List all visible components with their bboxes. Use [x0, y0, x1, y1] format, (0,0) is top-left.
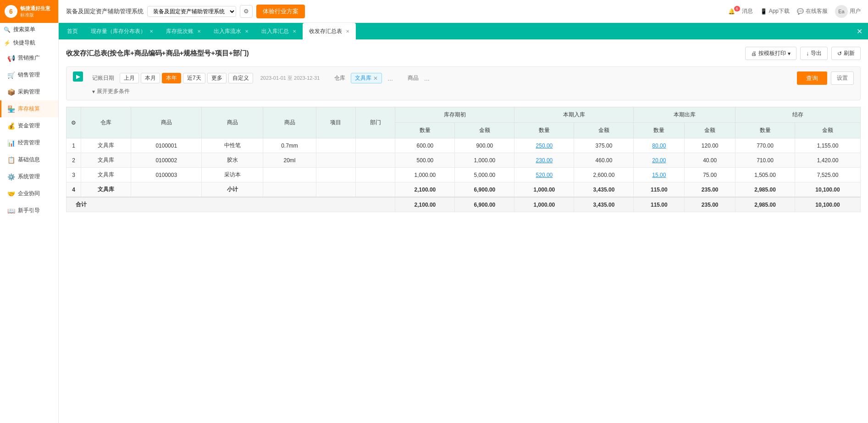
sidebar-item-operations[interactable]: 📊 经营管理 [0, 134, 58, 151]
th-out-amt: 金额 [685, 123, 735, 138]
logo-badge: 标准版 [20, 12, 50, 18]
app-download-btn[interactable]: 📱 App下载 [760, 7, 790, 15]
table-row-warehouse: 文具库 [81, 138, 131, 153]
table-row-name: 小计 [202, 182, 263, 198]
table-row-in-qty[interactable]: 520.00 [514, 168, 574, 182]
table-row-out-amt: 235.00 [685, 182, 735, 198]
download-icon: 📱 [760, 8, 767, 15]
online-service-btn[interactable]: 💬 在线客服 [797, 7, 828, 15]
trial-btn[interactable]: 体验行业方案 [256, 5, 305, 18]
table-row-in-qty[interactable]: 1,000.00 [514, 182, 574, 198]
table-row-close-qty: 2,985.00 [735, 182, 795, 198]
total-in-amt: 3,435.00 [574, 197, 634, 212]
tab-stock-dist-label: 现存量（库存分布表） [91, 27, 146, 35]
sidebar-item-collab[interactable]: 🤝 企业协同 [0, 185, 58, 202]
logo-text-line1: 畅捷通好生意 [20, 5, 50, 12]
quick-nav-icon: ⚡ [4, 40, 11, 46]
system-name: 装备及固定资产辅助管理系统 [66, 7, 144, 16]
marketing-icon: 📢 [7, 55, 15, 62]
tab-home-label: 首页 [67, 27, 78, 35]
table-row-out-qty[interactable]: 80.00 [634, 138, 685, 153]
date-btn-prev-month[interactable]: 上月 [120, 73, 139, 83]
tab-recv-send-close[interactable]: ✕ [346, 29, 349, 34]
basic-info-icon: 📋 [7, 156, 15, 164]
date-btn-this-year[interactable]: 本年 [162, 73, 181, 83]
th-in: 本期入库 [514, 107, 634, 123]
table-row-project [316, 138, 355, 153]
expand-conditions-btn[interactable]: ▾ 展开更多条件 [92, 88, 854, 95]
total-open-qty: 2,100.00 [395, 197, 455, 212]
avatar: Ea [835, 5, 848, 18]
table-row-no: 3 [66, 168, 81, 182]
export-btn-label: 导出 [811, 49, 822, 57]
sidebar-item-system[interactable]: ⚙️ 系统管理 [0, 168, 58, 185]
print-btn[interactable]: 🖨 按模板打印 ▾ [745, 47, 796, 60]
th-open-qty: 数量 [395, 123, 455, 138]
main-area: 装备及固定资产辅助管理系统 装备及固定资产辅助管理系统 ⚙ 体验行业方案 🔔 6… [59, 0, 868, 423]
print-icon: 🖨 [751, 50, 757, 57]
table-row-open-amt: 6,900.00 [455, 182, 514, 198]
tab-inout-flow[interactable]: 出入库流水 ✕ [207, 23, 255, 39]
date-btn-more[interactable]: 更多 [207, 73, 227, 83]
sidebar-search[interactable]: 🔍 搜索菜单 [0, 23, 58, 36]
settings-btn[interactable]: 设置 [831, 71, 854, 85]
date-btn-this-month[interactable]: 本月 [141, 73, 160, 83]
date-btn-custom[interactable]: 自定义 [228, 73, 253, 83]
warehouse-more[interactable]: ... [387, 75, 393, 82]
table-row-no: 1 [66, 138, 81, 153]
tab-batch-close[interactable]: ✕ [197, 29, 201, 34]
tab-inout-summary-close[interactable]: ✕ [293, 29, 296, 34]
collapse-filter-btn[interactable]: ▶ [73, 71, 83, 82]
user-btn[interactable]: Ea 用户 [835, 5, 861, 18]
table-row-code [131, 182, 202, 198]
table-row-out-qty[interactable]: 20.00 [634, 153, 685, 168]
tab-recv-send[interactable]: 收发存汇总表 ✕ [303, 23, 356, 39]
tab-home[interactable]: 首页 [61, 23, 84, 39]
date-range-text: 2023-01-01 至 2023-12-31 [260, 75, 320, 82]
sidebar-item-basic-info-label: 基础信息 [18, 156, 40, 164]
guide-icon: 📖 [7, 207, 15, 214]
system-selector[interactable]: 装备及固定资产辅助管理系统 [147, 6, 236, 17]
table-row-open-amt: 1,000.00 [455, 153, 514, 168]
table-row-name: 胶水 [202, 153, 263, 168]
th-out: 本期出库 [634, 107, 735, 123]
sidebar: 6 畅捷通好生意 标准版 🔍 搜索菜单 ⚡ 快捷导航 📢 营销推广 🛒 销售管理… [0, 0, 59, 423]
query-btn[interactable]: 查询 [797, 71, 827, 85]
close-all-tabs-btn[interactable]: ✕ [853, 27, 866, 36]
total-out-amt: 235.00 [685, 197, 735, 212]
refresh-btn[interactable]: ↺ 刷新 [831, 47, 861, 60]
tab-stock-dist-close[interactable]: ✕ [149, 29, 153, 34]
sidebar-item-purchase[interactable]: 📦 采购管理 [0, 83, 58, 100]
total-in-qty: 1,000.00 [514, 197, 574, 212]
sidebar-item-inventory[interactable]: 🏪 库存核算 [0, 100, 58, 117]
tab-stock-dist[interactable]: 现存量（库存分布表） ✕ [84, 23, 160, 39]
table-row-in-qty[interactable]: 250.00 [514, 138, 574, 153]
sidebar-quick-nav[interactable]: ⚡ 快捷导航 [0, 36, 58, 49]
sidebar-item-basic-info[interactable]: 📋 基础信息 [0, 151, 58, 168]
table-row-in-qty[interactable]: 230.00 [514, 153, 574, 168]
sidebar-item-finance[interactable]: 💰 资金管理 [0, 117, 58, 134]
sidebar-item-sales[interactable]: 🛒 销售管理 [0, 66, 58, 83]
page-content: 收发存汇总表(按仓库+商品编码+商品+规格型号+项目+部门) 🖨 按模板打印 ▾… [59, 39, 868, 423]
warehouse-tag-close[interactable]: ✕ [373, 75, 378, 82]
table-row-no: 2 [66, 153, 81, 168]
export-btn[interactable]: ↓ 导出 [800, 47, 828, 60]
tab-batch[interactable]: 库存批次账 ✕ [160, 23, 207, 39]
th-dept: 部门 [356, 107, 395, 138]
warehouse-tag[interactable]: 文具库 ✕ [351, 73, 382, 83]
tab-inout-summary[interactable]: 出入库汇总 ✕ [255, 23, 303, 39]
sales-icon: 🛒 [7, 71, 15, 79]
table-row-out-qty[interactable]: 15.00 [634, 168, 685, 182]
settings-gear-btn[interactable]: ⚙ [240, 5, 253, 18]
user-label: 用户 [850, 7, 861, 15]
table-row-out-qty[interactable]: 115.00 [634, 182, 685, 198]
sidebar-item-marketing[interactable]: 📢 营销推广 [0, 49, 58, 66]
th-settings: ⚙ [66, 107, 81, 138]
goods-more[interactable]: ... [424, 75, 430, 82]
date-btn-7days[interactable]: 近7天 [183, 73, 205, 83]
tab-inout-flow-close[interactable]: ✕ [245, 29, 249, 34]
th-close-amt: 金额 [795, 123, 861, 138]
refresh-btn-label: 刷新 [844, 49, 855, 57]
notification-btn[interactable]: 🔔 6 消息 [728, 7, 753, 15]
sidebar-item-guide[interactable]: 📖 新手引导 [0, 202, 58, 219]
